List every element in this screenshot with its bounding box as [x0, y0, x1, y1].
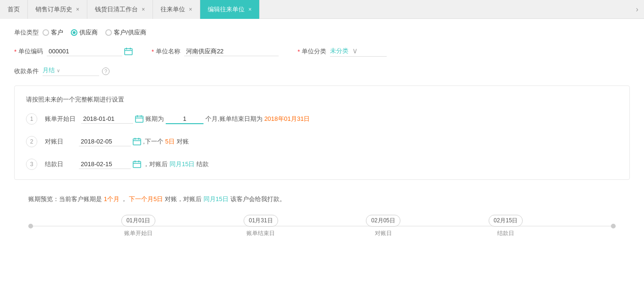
- unit-type-row: 单位类型 客户 供应商 客户/供应商: [14, 28, 630, 37]
- timeline-items: 01月01日 账单开始日 01月31日 账单结束日 02月05日 对账日 02月…: [28, 215, 616, 237]
- payment-terms-row: 收款条件 月结 ∨ ?: [14, 66, 630, 76]
- preview-section: 账期预览：当前客户账期是 1个月 ， 下一个月5日 对账，对账后 同月15日 该…: [14, 187, 630, 237]
- timeline-node-3-label: 对账日: [375, 229, 392, 237]
- timeline-start-dot: [28, 224, 33, 228]
- radio-supplier-label: 供应商: [79, 28, 98, 37]
- radio-supplier-circle: [71, 29, 77, 36]
- unit-category-select[interactable]: 未分类 ∨: [330, 46, 387, 57]
- tab-arrow[interactable]: ›: [630, 5, 644, 14]
- row-3-field-label: 结款日: [45, 160, 73, 169]
- timeline-node-4-pill: 02月15日: [489, 215, 523, 227]
- start-date-cal-icon[interactable]: [135, 115, 144, 123]
- tab-edit-counterpart-label: 编辑往来单位: [208, 5, 245, 14]
- reconcile-suffix: 对账: [177, 137, 189, 146]
- reconcile-date-cal-icon[interactable]: [133, 137, 141, 146]
- period-prefix-text: 账期为: [145, 115, 164, 123]
- tab-edit-counterpart-close[interactable]: ×: [248, 6, 252, 13]
- unit-name-input[interactable]: [184, 47, 279, 56]
- unit-type-label: 单位类型: [14, 28, 39, 37]
- period-settings-section: 请按照未来的一个完整帐期进行设置 1 账单开始日 账期为 个月,账单结束日期为 …: [14, 85, 630, 180]
- required-mark-category: *: [297, 48, 300, 55]
- period-value-input[interactable]: [166, 114, 203, 124]
- radio-both-label: 客户/供应商: [114, 28, 146, 37]
- config-row-1: 1 账单开始日 账期为 个月,账单结束日期为 2018年01月31日: [26, 113, 618, 125]
- config-row-2: 2 对账日 ,下一个 5日 对账: [26, 136, 618, 147]
- svg-rect-12: [133, 161, 141, 168]
- radio-both-circle: [105, 29, 112, 36]
- radio-both[interactable]: 客户/供应商: [105, 28, 146, 37]
- payment-day-highlight: 同月15日: [169, 160, 195, 169]
- payment-terms-value: 月结: [42, 66, 55, 75]
- svg-rect-4: [136, 116, 143, 122]
- required-mark-code: *: [14, 48, 17, 55]
- timeline-node-3: 02月05日 对账日: [366, 215, 400, 237]
- tab-home-label: 首页: [8, 5, 20, 14]
- preview-reconcile-text: 对账，对账后: [165, 195, 202, 203]
- main-content: 单位类型 客户 供应商 客户/供应商 * 单位编码: [0, 19, 644, 287]
- unit-category-label: 单位分类: [302, 47, 326, 56]
- timeline-node-2: 01月31日 账单结束日: [244, 215, 278, 237]
- tab-bar: 首页 销售订单历史 × 钱货日清工作台 × 往来单位 × 编辑往来单位 × ›: [0, 0, 644, 19]
- timeline-node-1-label: 账单开始日: [124, 229, 153, 237]
- period-end-date-highlight: 2018年01月31日: [264, 115, 310, 123]
- tab-cash-work[interactable]: 钱货日清工作台 ×: [87, 0, 153, 19]
- radio-customer-label: 客户: [51, 28, 63, 37]
- timeline-node-4: 02月15日 结款日: [489, 215, 523, 237]
- row-num-1: 1: [26, 113, 37, 125]
- tab-cash-work-close[interactable]: ×: [142, 6, 145, 13]
- unit-code-icon[interactable]: [124, 47, 133, 56]
- timeline-node-1-pill: 01月01日: [121, 215, 156, 227]
- reconcile-day-highlight: 5日: [165, 137, 175, 146]
- payment-terms-arrow: ∨: [57, 68, 60, 73]
- unit-info-row: * 单位编码 * 单位名称 * 单位分类 未分类 ∨: [14, 46, 630, 57]
- unit-name-label: 单位名称: [156, 47, 180, 56]
- unit-name-group: * 单位名称: [152, 47, 279, 56]
- start-date-input[interactable]: [81, 114, 133, 124]
- unit-category-value: 未分类: [330, 47, 348, 55]
- reconcile-prefix: ,下一个: [143, 137, 163, 146]
- reconcile-date-input[interactable]: [79, 137, 131, 146]
- row-1-field-label: 账单开始日: [45, 115, 76, 123]
- timeline-node-3-pill: 02月05日: [366, 215, 400, 227]
- payment-terms-help-icon[interactable]: ?: [102, 68, 110, 75]
- period-unit-text: 个月,账单结束日期为: [205, 115, 263, 123]
- unit-code-group: * 单位编码: [14, 47, 133, 56]
- row-2-field-label: 对账日: [45, 137, 73, 146]
- config-row-3: 3 结款日 ，对账后 同月15日 结款: [26, 159, 618, 170]
- radio-supplier[interactable]: 供应商: [71, 28, 98, 37]
- preview-reconcile-day-highlight: 下一个月5日: [129, 195, 163, 203]
- tab-sales-order-history[interactable]: 销售订单历史 ×: [28, 0, 87, 19]
- payment-terms-select[interactable]: 月结 ∨: [42, 66, 99, 76]
- row-num-2: 2: [26, 136, 37, 147]
- tab-counterpart-close[interactable]: ×: [189, 6, 192, 13]
- payment-date-cal-icon[interactable]: [133, 160, 141, 169]
- radio-customer[interactable]: 客户: [42, 28, 63, 37]
- tab-edit-counterpart[interactable]: 编辑往来单位 ×: [200, 0, 260, 19]
- timeline-end-dot: [611, 224, 616, 228]
- preview-period-highlight: 1个月: [104, 195, 119, 203]
- preview-payment-day-highlight: 同月15日: [203, 195, 229, 203]
- preview-sep: ，: [121, 195, 127, 203]
- unit-code-label: 单位编码: [18, 47, 43, 56]
- row-num-3: 3: [26, 159, 37, 170]
- tab-sales-order-history-close[interactable]: ×: [76, 6, 79, 13]
- section-instruction: 请按照未来的一个完整帐期进行设置: [26, 95, 618, 104]
- tab-sales-order-history-label: 销售订单历史: [35, 5, 72, 14]
- unit-code-input[interactable]: [47, 47, 122, 56]
- preview-end-text: 该客户会给我打款。: [230, 195, 286, 203]
- tab-home[interactable]: 首页: [0, 0, 28, 19]
- tab-counterpart[interactable]: 往来单位 ×: [153, 0, 200, 19]
- timeline-node-1: 01月01日 账单开始日: [121, 215, 156, 237]
- timeline-node-4-label: 结款日: [497, 229, 514, 237]
- preview-text: 账期预览：当前客户账期是 1个月 ， 下一个月5日 对账，对账后 同月15日 该…: [14, 195, 630, 203]
- payment-suffix: 结款: [196, 160, 209, 169]
- payment-prefix: ，对账后: [143, 160, 168, 169]
- unit-category-group: * 单位分类 未分类 ∨: [297, 46, 387, 57]
- radio-group-unit-type: 客户 供应商 客户/供应商: [42, 28, 146, 37]
- payment-terms-label: 收款条件: [14, 67, 39, 76]
- svg-rect-8: [133, 139, 141, 145]
- payment-date-input[interactable]: [79, 160, 131, 169]
- timeline-node-2-label: 账单结束日: [246, 229, 275, 237]
- timeline-node-2-pill: 01月31日: [244, 215, 278, 227]
- radio-customer-circle: [42, 29, 49, 36]
